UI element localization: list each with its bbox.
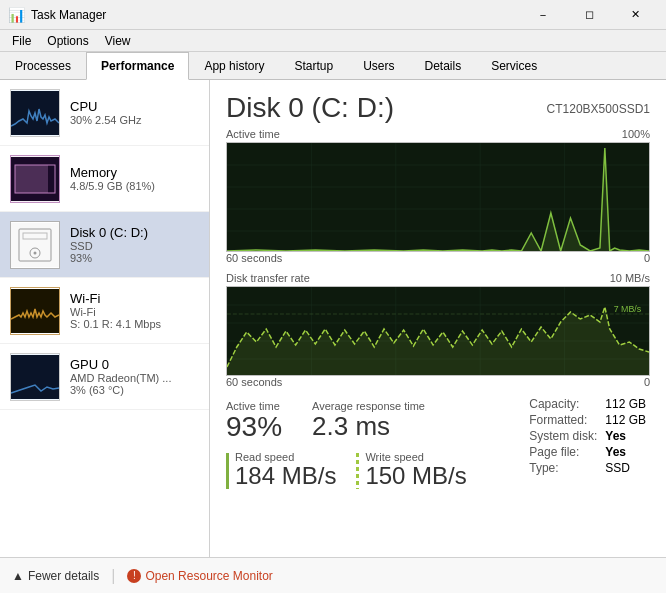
stats-left: Active time 93% Average response time 2.… [226,396,525,489]
app-title: Task Manager [31,8,106,22]
close-button[interactable]: ✕ [612,0,658,30]
memory-info: Memory 4.8/5.9 GB (81%) [70,165,199,192]
wifi-label: Wi-Fi [70,291,199,306]
bottom-separator: | [111,567,115,585]
sidebar-item-wifi[interactable]: Wi-Fi Wi-Fi S: 0.1 R: 4.1 Mbps [0,278,209,344]
type-label: Type: [525,460,601,476]
write-speed-indicator [356,453,359,489]
system-disk-label: System disk: [525,428,601,444]
disk-title: Disk 0 (C: D:) [226,92,394,124]
wifi-speed: S: 0.1 R: 4.1 Mbps [70,318,199,330]
sidebar-item-cpu[interactable]: CPU 30% 2.54 GHz [0,80,209,146]
active-time-chart-container: Active time 100% [226,128,650,264]
content-area: CPU 30% 2.54 GHz Memory 4.8/5.9 GB (81%) [0,80,666,557]
wifi-info: Wi-Fi Wi-Fi S: 0.1 R: 4.1 Mbps [70,291,199,330]
tab-app-history[interactable]: App history [189,52,279,79]
minimize-button[interactable]: − [520,0,566,30]
svg-rect-3 [15,165,48,193]
cpu-thumbnail [10,89,60,137]
capacity-row: Capacity: 112 GB [525,396,650,412]
cpu-usage: 30% 2.54 GHz [70,114,199,126]
chart1-time-left: 60 seconds [226,252,282,264]
tab-users[interactable]: Users [348,52,409,79]
write-speed-info: Write speed 150 MB/s [365,451,466,489]
chart1-label-right: 100% [622,128,650,140]
write-speed-item: Write speed 150 MB/s [356,451,466,489]
read-speed-value: 184 MB/s [235,463,336,489]
read-speed-indicator [226,453,229,489]
sidebar-item-gpu[interactable]: GPU 0 AMD Radeon(TM) ... 3% (63 °C) [0,344,209,410]
chart1-label-left: Active time [226,128,280,140]
write-speed-value: 150 MB/s [365,463,466,489]
chart2-labels: Disk transfer rate 10 MB/s [226,272,650,284]
main-panel: Disk 0 (C: D:) CT120BX500SSD1 Active tim… [210,80,666,557]
active-time-chart [226,142,650,252]
active-time-value: 93% [226,412,282,443]
stats-section: Active time 93% Average response time 2.… [226,396,650,489]
type-value: SSD [601,460,650,476]
active-time-stat: Active time 93% [226,400,282,443]
chart2-label-right: 10 MB/s [610,272,650,284]
chart1-time-right: 0 [644,252,650,264]
chart2-time-right: 0 [644,376,650,388]
tab-processes[interactable]: Processes [0,52,86,79]
capacity-label: Capacity: [525,396,601,412]
svg-point-8 [34,251,37,254]
wifi-thumbnail [10,287,60,335]
tabs: Processes Performance App history Startu… [0,52,666,80]
disk-type: SSD [70,240,199,252]
cpu-label: CPU [70,99,199,114]
chart2-time-labels: 60 seconds 0 [226,376,650,388]
formatted-row: Formatted: 112 GB [525,412,650,428]
restore-button[interactable]: ◻ [566,0,612,30]
sidebar: CPU 30% 2.54 GHz Memory 4.8/5.9 GB (81%) [0,80,210,557]
chart1-labels: Active time 100% [226,128,650,140]
open-resource-monitor-link[interactable]: ! Open Resource Monitor [127,569,272,583]
gpu-info: GPU 0 AMD Radeon(TM) ... 3% (63 °C) [70,357,199,396]
menu-options[interactable]: Options [39,32,96,49]
gpu-name: AMD Radeon(TM) ... [70,372,199,384]
disk-info: Disk 0 (C: D:) SSD 93% [70,225,199,264]
tab-performance[interactable]: Performance [86,52,189,80]
page-file-value: Yes [601,444,650,460]
svg-rect-10 [11,355,59,399]
tab-startup[interactable]: Startup [279,52,348,79]
write-speed-label: Write speed [365,451,466,463]
sidebar-item-disk[interactable]: Disk 0 (C: D:) SSD 93% [0,212,209,278]
speed-section: Read speed 184 MB/s Write speed 150 MB/s [226,451,525,489]
svg-rect-11 [227,143,649,252]
menu-file[interactable]: File [4,32,39,49]
gpu-usage: 3% (63 °C) [70,384,199,396]
memory-label: Memory [70,165,199,180]
bottom-bar: ▲ Fewer details | ! Open Resource Monito… [0,557,666,593]
avg-response-stat: Average response time 2.3 ms [312,400,425,443]
chevron-up-icon: ▲ [12,569,24,583]
formatted-value: 112 GB [601,412,650,428]
disk-label: Disk 0 (C: D:) [70,225,199,240]
chart1-time-labels: 60 seconds 0 [226,252,650,264]
disk-usage: 93% [70,252,199,264]
page-file-label: Page file: [525,444,601,460]
app-icon: 📊 [8,7,25,23]
disk-thumbnail [10,221,60,269]
tab-details[interactable]: Details [409,52,476,79]
active-time-svg [227,143,649,252]
gpu-label: GPU 0 [70,357,199,372]
type-row: Type: SSD [525,460,650,476]
gpu-thumbnail [10,353,60,401]
sidebar-item-memory[interactable]: Memory 4.8/5.9 GB (81%) [0,146,209,212]
open-monitor-label: Open Resource Monitor [145,569,272,583]
disk-properties: Capacity: 112 GB Formatted: 112 GB Syste… [525,396,650,476]
svg-rect-4 [11,223,59,267]
read-speed-info: Read speed 184 MB/s [235,451,336,489]
wifi-name: Wi-Fi [70,306,199,318]
tab-services[interactable]: Services [476,52,552,79]
system-disk-row: System disk: Yes [525,428,650,444]
properties-table: Capacity: 112 GB Formatted: 112 GB Syste… [525,396,650,476]
fewer-details-button[interactable]: ▲ Fewer details [12,569,99,583]
chart2-time-left: 60 seconds [226,376,282,388]
svg-text:7 MB/s: 7 MB/s [614,304,642,314]
menu-view[interactable]: View [97,32,139,49]
system-disk-value: Yes [601,428,650,444]
memory-usage: 4.8/5.9 GB (81%) [70,180,199,192]
